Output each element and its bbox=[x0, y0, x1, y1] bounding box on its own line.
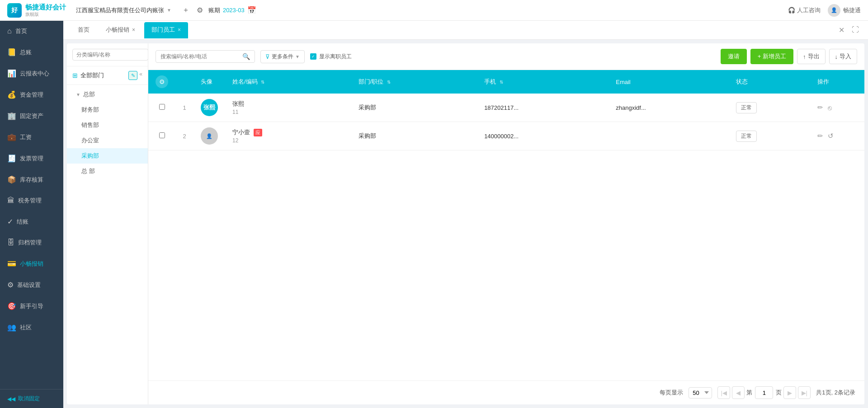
employee-table: ⚙ 头像 姓名/编码 ⇅ 部门/职位 ⇅ bbox=[148, 70, 864, 150]
logout-icon[interactable]: ⎋ bbox=[828, 104, 832, 112]
report-icon: 📊 bbox=[7, 69, 16, 78]
employee-search-icon[interactable]: 🔍 bbox=[242, 53, 250, 60]
add-dept-btn[interactable]: ✎ bbox=[128, 71, 137, 80]
invite-btn[interactable]: 邀请 bbox=[721, 49, 747, 64]
prev-page-btn[interactable]: ◀ bbox=[732, 386, 745, 399]
table-settings-icon[interactable]: ⚙ bbox=[156, 75, 168, 88]
dept-item-zongbu2[interactable]: 总 部 bbox=[67, 164, 148, 179]
next-page-btn[interactable]: ▶ bbox=[783, 386, 796, 399]
dept-panel: 🔍 ⊞ 全部部门 ✎ « ▼ 总部 财务部 bbox=[67, 43, 148, 404]
name-code-cell: 宁小壹 应 12 bbox=[232, 128, 344, 144]
pagination: 每页显示 50 20 100 |◀ ◀ 第 页 ▶ bbox=[148, 380, 864, 404]
refresh-icon[interactable]: ↺ bbox=[828, 132, 834, 140]
inventory-icon: 📦 bbox=[7, 175, 16, 184]
dept-item-bangongshi[interactable]: 办公室 bbox=[67, 133, 148, 148]
tab-home[interactable]: 首页 bbox=[71, 22, 97, 38]
app-name: 畅捷通好会计 bbox=[25, 3, 66, 11]
import-btn[interactable]: ↓ 导入 bbox=[829, 49, 858, 64]
row2-checkbox[interactable] bbox=[159, 132, 165, 138]
sidebar-item-report-center[interactable]: 📊 云报表中心 bbox=[0, 63, 63, 84]
period-value: 2023-03 bbox=[223, 7, 245, 14]
payroll-icon: 💼 bbox=[7, 133, 16, 141]
expense-icon: 💳 bbox=[7, 259, 16, 268]
row1-checkbox[interactable] bbox=[159, 104, 165, 110]
page-size-select[interactable]: 50 20 100 bbox=[689, 387, 712, 399]
settings-button[interactable]: ⚙ bbox=[197, 6, 203, 14]
sidebar-item-tax[interactable]: 🏛 税务管理 bbox=[0, 190, 63, 211]
add-employee-btn[interactable]: + 新增员工 bbox=[750, 49, 793, 64]
sidebar-item-invoice[interactable]: 🧾 发票管理 bbox=[0, 148, 63, 169]
show-inactive-toggle[interactable]: 显示离职员工 bbox=[310, 53, 352, 61]
app-edition: 旗舰版 bbox=[25, 11, 66, 18]
col-phone[interactable]: 手机 ⇅ bbox=[477, 70, 609, 94]
dept-header-actions: ✎ « bbox=[128, 71, 142, 80]
sidebar-item-archive[interactable]: 🗄 归档管理 bbox=[0, 232, 63, 253]
top-header: 好 畅捷通好会计 旗舰版 江西服宝精品有限责任公司内账张 ▼ ＋ ⚙ 账期 20… bbox=[0, 0, 868, 21]
filter-icon: ⊽ bbox=[265, 53, 270, 60]
employee-search-box: 🔍 bbox=[156, 50, 255, 63]
row-actions: ✏ ⎋ bbox=[810, 94, 864, 122]
dept-item-caiwubu[interactable]: 财务部 bbox=[67, 102, 148, 117]
sidebar-item-fixed-assets[interactable]: 🏢 固定资产 bbox=[0, 105, 63, 127]
home-icon: ⌂ bbox=[7, 27, 12, 35]
name-with-badge: 宁小壹 应 bbox=[232, 128, 344, 136]
edit-icon[interactable]: ✏ bbox=[817, 132, 823, 140]
tab-expense-close[interactable]: × bbox=[132, 27, 135, 33]
sidebar-item-capital-management[interactable]: 💰 资金管理 bbox=[0, 84, 63, 105]
sidebar-item-home[interactable]: ⌂ 首页 bbox=[0, 21, 63, 42]
capital-icon: 💰 bbox=[7, 90, 16, 99]
row-checkbox[interactable] bbox=[148, 122, 175, 150]
employee-search-input[interactable] bbox=[160, 53, 240, 60]
page-input-area: 第 页 bbox=[746, 386, 782, 399]
basic-settings-icon: ⚙ bbox=[7, 281, 14, 289]
sidebar-item-general-ledger[interactable]: 📒 总账 bbox=[0, 42, 63, 63]
last-page-btn[interactable]: ▶| bbox=[798, 386, 811, 399]
invoice-icon: 🧾 bbox=[7, 154, 16, 163]
guide-icon: 🎯 bbox=[7, 302, 16, 310]
period-label: 账期 bbox=[208, 6, 220, 14]
export-btn[interactable]: ↑ 导出 bbox=[797, 49, 826, 64]
filter-btn[interactable]: ⊽ 更多条件 ▼ bbox=[260, 50, 305, 63]
col-name-code[interactable]: 姓名/编码 ⇅ bbox=[225, 70, 351, 94]
sidebar-item-checkout[interactable]: ✓ 结账 bbox=[0, 211, 63, 232]
collapse-dept-btn[interactable]: « bbox=[139, 71, 142, 80]
tab-maximize-btn[interactable]: ⛶ bbox=[850, 24, 861, 36]
avatar-gray: 👤 bbox=[201, 127, 218, 145]
sidebar-item-community[interactable]: 👥 社区 bbox=[0, 317, 63, 338]
sidebar-item-expense[interactable]: 💳 小畅报销 bbox=[0, 253, 63, 274]
action-icons: ✏ ⎋ bbox=[817, 103, 857, 112]
sidebar-item-payroll[interactable]: 💼 工资 bbox=[0, 127, 63, 148]
dept-item-caigoubu[interactable]: 采购部 bbox=[67, 148, 148, 164]
sidebar-item-basic-settings[interactable]: ⚙ 基础设置 bbox=[0, 274, 63, 295]
tab-department-close[interactable]: × bbox=[178, 27, 181, 33]
import-icon: ↓ bbox=[835, 53, 838, 60]
tab-close-btn[interactable]: ✕ bbox=[837, 24, 846, 36]
page-size-label: 每页显示 bbox=[660, 389, 683, 397]
cancel-fixed-btn[interactable]: ◀◀ 取消固定 bbox=[0, 389, 63, 408]
dept-item-zongbu[interactable]: ▼ 总部 bbox=[67, 87, 148, 102]
add-button[interactable]: ＋ bbox=[182, 5, 189, 15]
customer-service-btn[interactable]: 🎧 人工咨询 bbox=[788, 6, 821, 14]
checkout-icon: ✓ bbox=[7, 217, 13, 226]
edit-icon[interactable]: ✏ bbox=[817, 103, 823, 112]
tab-expense[interactable]: 小畅报销 × bbox=[99, 22, 142, 38]
col-avatar: 头像 bbox=[193, 70, 225, 94]
dept-search-input[interactable] bbox=[72, 49, 148, 61]
row-phone: 18720211​7... bbox=[477, 94, 609, 122]
calendar-icon[interactable]: 📅 bbox=[247, 6, 256, 14]
col-dept-position[interactable]: 部门/职位 ⇅ bbox=[351, 70, 477, 94]
sidebar-item-guide[interactable]: 🎯 新手引导 bbox=[0, 295, 63, 317]
col-actions: 操作 bbox=[810, 70, 864, 94]
tab-department[interactable]: 部门员工 × bbox=[144, 22, 188, 38]
sort-name-icon: ⇅ bbox=[261, 80, 264, 84]
page-input[interactable] bbox=[755, 386, 773, 399]
row-checkbox[interactable] bbox=[148, 94, 175, 122]
company-selector[interactable]: 江西服宝精品有限责任公司内账张 ▼ bbox=[76, 6, 171, 14]
row-name-code: 张熙 11 bbox=[225, 94, 351, 122]
sidebar-item-inventory[interactable]: 📦 库存核算 bbox=[0, 169, 63, 190]
dept-item-xiaoshoubu[interactable]: 销售部 bbox=[67, 117, 148, 133]
first-page-btn[interactable]: |◀ bbox=[717, 386, 730, 399]
all-dept-header[interactable]: ⊞ 全部部门 ✎ « bbox=[67, 66, 148, 85]
user-area[interactable]: 👤 畅捷通 bbox=[828, 4, 861, 17]
tab-bar: 首页 小畅报销 × 部门员工 × ✕ ⛶ bbox=[63, 21, 868, 40]
